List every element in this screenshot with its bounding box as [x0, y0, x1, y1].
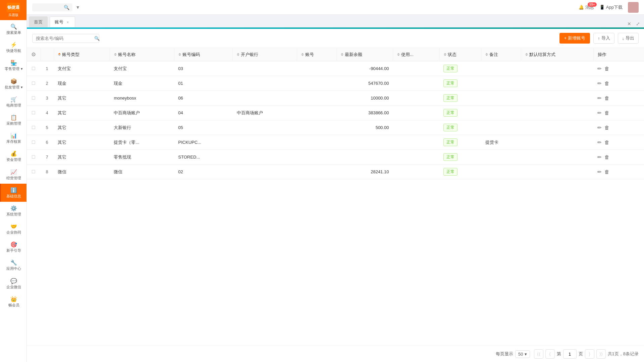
- th-settings[interactable]: ⚙: [27, 48, 40, 61]
- edit-btn[interactable]: ✏: [597, 80, 602, 86]
- row-bank: [233, 91, 297, 106]
- sidebar-item-12[interactable]: 🎯新手引导: [0, 238, 26, 256]
- row-type: 支付宝: [54, 61, 110, 76]
- row-settlement: [521, 76, 593, 91]
- sidebar-item-7[interactable]: 💰资金管理: [0, 147, 26, 165]
- delete-btn[interactable]: 🗑: [604, 154, 609, 160]
- sidebar-item-4[interactable]: 🛒电商管理: [0, 93, 26, 111]
- edit-btn[interactable]: ✏: [597, 125, 602, 131]
- nav-more-icon[interactable]: ▾: [76, 4, 79, 10]
- th-latest-balance[interactable]: 最新余额: [337, 48, 393, 61]
- row-account: [297, 76, 337, 91]
- row-name: 现金: [110, 76, 174, 91]
- th-status[interactable]: 状态: [439, 48, 481, 61]
- page-size-select[interactable]: 50 ▾: [515, 350, 530, 358]
- content-search-input[interactable]: [36, 36, 92, 41]
- th-remark[interactable]: 备注: [481, 48, 521, 61]
- th-account-type[interactable]: 账号类型: [54, 48, 110, 61]
- page-prev-btn[interactable]: ⟨: [545, 349, 555, 359]
- sidebar-item-10[interactable]: ⚙️系统管理: [0, 202, 26, 220]
- sidebar-item-0[interactable]: 🔍搜索菜单: [0, 20, 26, 38]
- delete-btn[interactable]: 🗑: [604, 66, 609, 71]
- row-account: [297, 150, 337, 165]
- sidebar-item-11[interactable]: 🤝企业协同: [0, 220, 26, 238]
- th-bank[interactable]: 开户银行: [233, 48, 297, 61]
- pagination-size: 每页显示 50 ▾: [496, 350, 530, 358]
- add-account-button[interactable]: + 新增账号: [559, 33, 590, 44]
- tab-account-close[interactable]: ×: [65, 20, 70, 24]
- current-page-label: 第: [557, 351, 561, 357]
- topbar-message[interactable]: 🔔 消息 99+: [579, 4, 594, 10]
- page-first-btn[interactable]: ⟨⟨: [534, 349, 543, 359]
- import-label: 导入: [601, 35, 610, 41]
- tab-close-btn[interactable]: ✕: [626, 20, 633, 27]
- sidebar-icon-10: ⚙️: [10, 205, 17, 212]
- phone-icon: 📱: [599, 5, 605, 10]
- tab-fullscreen-btn[interactable]: ⤢: [635, 20, 641, 27]
- sidebar: 畅捷通 乐愿版 🔍搜索菜单⚡快捷导航🏪零售管理 ▾📦批发管理 ▾🛒电商管理📋采购…: [0, 0, 27, 362]
- th-usage[interactable]: 使用...: [393, 48, 439, 61]
- row-settlement: [521, 165, 593, 179]
- edit-btn[interactable]: ✏: [597, 154, 602, 160]
- sidebar-icon-0: 🔍: [10, 23, 17, 30]
- sidebar-item-14[interactable]: 💬企业微信: [0, 275, 26, 293]
- row-checkbox-cell[interactable]: ☐: [27, 165, 40, 179]
- delete-btn[interactable]: 🗑: [604, 169, 609, 175]
- row-account: [297, 61, 337, 76]
- row-num: 4: [40, 106, 54, 120]
- edit-btn[interactable]: ✏: [597, 139, 602, 145]
- tab-account[interactable]: 账号 ×: [50, 16, 75, 27]
- delete-btn[interactable]: 🗑: [604, 80, 609, 86]
- sidebar-item-13[interactable]: 🔧应用中心: [0, 256, 26, 274]
- row-checkbox-cell[interactable]: ☐: [27, 91, 40, 106]
- sidebar-item-8[interactable]: 📈经营管理: [0, 166, 26, 184]
- page-last-btn[interactable]: ⟩⟩: [596, 349, 606, 359]
- table-container: ⚙ 账号类型 账号名称: [27, 48, 644, 346]
- edit-btn[interactable]: ✏: [597, 169, 602, 175]
- sidebar-item-6[interactable]: 📊库存核算: [0, 129, 26, 147]
- topbar-search-box[interactable]: 🔍: [32, 3, 72, 11]
- export-button[interactable]: ↓ 导出: [618, 33, 639, 44]
- delete-btn[interactable]: 🗑: [604, 95, 609, 101]
- sidebar-item-15[interactable]: 👑畅会员: [0, 293, 26, 311]
- th-default-settlement[interactable]: 默认结算方式: [521, 48, 593, 61]
- tab-home[interactable]: 首页: [29, 16, 48, 27]
- row-checkbox-cell[interactable]: ☐: [27, 150, 40, 165]
- delete-btn[interactable]: 🗑: [604, 139, 609, 145]
- row-settlement: [521, 61, 593, 76]
- page-next-btn[interactable]: ⟩: [585, 349, 594, 359]
- row-usage: [393, 91, 439, 106]
- th-account-name[interactable]: 账号名称: [110, 48, 174, 61]
- delete-btn[interactable]: 🗑: [604, 125, 609, 130]
- content-search-box[interactable]: 🔍: [32, 34, 99, 43]
- th-account-code[interactable]: 账号编码: [174, 48, 232, 61]
- row-checkbox-cell[interactable]: ☐: [27, 120, 40, 135]
- delete-btn[interactable]: 🗑: [604, 110, 609, 116]
- row-checkbox-cell[interactable]: ☐: [27, 135, 40, 150]
- edit-btn[interactable]: ✏: [597, 66, 602, 72]
- th-account[interactable]: 账号: [297, 48, 337, 61]
- edit-btn[interactable]: ✏: [597, 110, 602, 116]
- sidebar-item-2[interactable]: 🏪零售管理 ▾: [0, 56, 26, 74]
- sidebar-item-5[interactable]: 📋采购管理: [0, 111, 26, 129]
- chevron-down-icon: ▾: [525, 352, 527, 357]
- topbar-left: 🔍 ▾: [32, 3, 79, 11]
- gear-icon[interactable]: ⚙: [31, 52, 36, 57]
- import-icon: ↑: [598, 36, 600, 41]
- user-avatar[interactable]: [628, 2, 639, 13]
- topbar-search-input[interactable]: [36, 5, 62, 10]
- sidebar-item-1[interactable]: ⚡快捷导航: [0, 38, 26, 56]
- row-remark: [481, 150, 521, 165]
- sidebar-item-3[interactable]: 📦批发管理 ▾: [0, 75, 26, 93]
- sidebar-label-11: 企业协同: [6, 230, 21, 235]
- table-row: ☐ 1 支付宝 支付宝 03 -90444.00 正常 ✏ 🗑: [27, 61, 644, 76]
- row-checkbox-cell[interactable]: ☐: [27, 61, 40, 76]
- import-button[interactable]: ↑ 导入: [593, 33, 614, 44]
- topbar-app-download[interactable]: 📱 App下载: [599, 4, 623, 10]
- edit-btn[interactable]: ✏: [597, 95, 602, 101]
- page-number-input[interactable]: [563, 349, 577, 359]
- row-code: 06: [174, 91, 232, 106]
- row-checkbox-cell[interactable]: ☐: [27, 106, 40, 120]
- row-checkbox-cell[interactable]: ☐: [27, 76, 40, 91]
- sidebar-item-9[interactable]: ℹ️基础信息: [0, 184, 26, 202]
